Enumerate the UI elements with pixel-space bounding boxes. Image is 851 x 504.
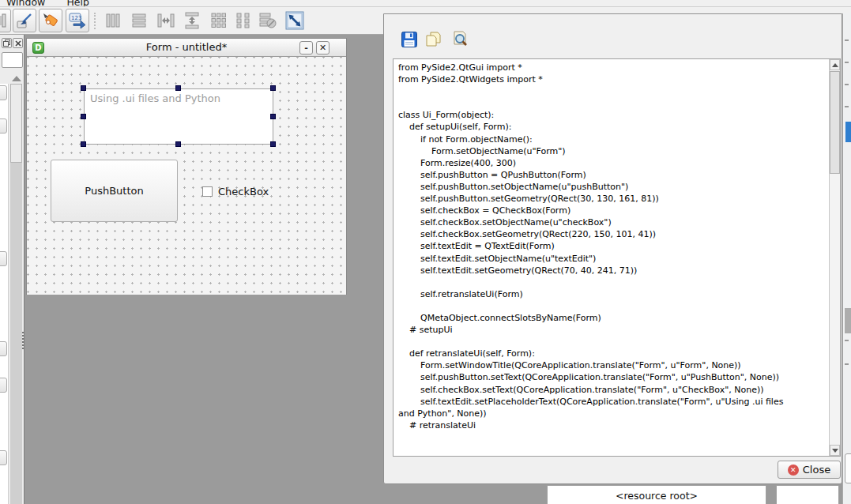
layout-horizontal-splitter-button[interactable] bbox=[154, 9, 178, 32]
close-red-icon: ✕ bbox=[788, 465, 799, 476]
svg-text:123: 123 bbox=[71, 15, 81, 21]
layout-horizontal-icon bbox=[104, 12, 122, 29]
edit-signals-slots-button[interactable] bbox=[13, 9, 36, 32]
layout-grid-button[interactable] bbox=[207, 9, 231, 32]
right-panel-scrollbar-thumb[interactable] bbox=[845, 308, 851, 333]
toolbar-separator bbox=[94, 13, 96, 29]
edit-widgets-icon bbox=[0, 12, 8, 29]
code-preview-dialog: from PySide2.QtGui import * from PySide2… bbox=[383, 13, 842, 484]
menu-window[interactable]: Window bbox=[6, 0, 45, 7]
selection-handle-left[interactable] bbox=[81, 114, 86, 119]
adjust-size-icon bbox=[285, 11, 304, 30]
right-panel-box-fragment bbox=[845, 453, 851, 483]
layout-horizontal-button[interactable] bbox=[101, 9, 125, 32]
selection-handle-top-right[interactable] bbox=[270, 85, 276, 91]
menu-help[interactable]: Help bbox=[66, 0, 89, 7]
widget-box-panel bbox=[0, 35, 24, 504]
edit-buddies-button[interactable] bbox=[39, 9, 62, 32]
splitter-handle[interactable] bbox=[22, 332, 24, 349]
layout-grid-icon bbox=[210, 12, 228, 29]
tree-branch-mark bbox=[845, 62, 849, 63]
widget-box-scrollbar-thumb[interactable] bbox=[10, 84, 22, 163]
tree-branch-mark bbox=[845, 340, 849, 341]
widget-category-header[interactable] bbox=[0, 85, 7, 100]
arrow-up-icon bbox=[832, 63, 838, 67]
close-icon bbox=[15, 40, 21, 47]
code-scrollbar-thumb[interactable] bbox=[830, 71, 840, 174]
form-close-button[interactable]: ✕ bbox=[316, 41, 329, 55]
selection-handle-top[interactable] bbox=[175, 85, 181, 91]
form-editor-window: D Form - untitled* - ✕ Using .ui files a… bbox=[26, 38, 347, 295]
edit-widgets-button[interactable] bbox=[0, 9, 11, 32]
form-window-titlebar[interactable]: D Form - untitled* - ✕ bbox=[27, 39, 346, 57]
form-window-title: Form - untitled* bbox=[27, 41, 346, 53]
scrollbar-down-button[interactable] bbox=[830, 445, 840, 456]
widget-category-header[interactable] bbox=[0, 378, 7, 393]
arrow-down-icon bbox=[832, 449, 838, 453]
tree-branch-mark bbox=[845, 363, 849, 365]
close-dialog-button[interactable]: ✕ Close bbox=[778, 461, 841, 479]
selection-handle-top-left[interactable] bbox=[81, 85, 86, 91]
form-canvas[interactable]: Using .ui files and Python PushButton Ch… bbox=[27, 57, 346, 295]
float-window-icon bbox=[3, 39, 10, 47]
break-layout-icon bbox=[259, 12, 277, 29]
layout-horizontal-splitter-icon bbox=[157, 12, 175, 29]
widget-category-header[interactable] bbox=[0, 341, 7, 356]
adjust-size-button[interactable] bbox=[283, 9, 307, 32]
form-minimize-button[interactable]: - bbox=[299, 41, 313, 55]
push-button-widget[interactable]: PushButton bbox=[51, 160, 178, 222]
widget-category-header[interactable] bbox=[0, 118, 7, 134]
code-view[interactable]: from PySide2.QtGui import * from PySide2… bbox=[393, 58, 841, 457]
right-dock-panel bbox=[842, 13, 851, 504]
layout-vertical-splitter-icon bbox=[183, 12, 201, 29]
code-scrollbar[interactable] bbox=[829, 59, 840, 456]
widget-box-search-input[interactable] bbox=[2, 52, 23, 68]
selection-handle-bottom[interactable] bbox=[175, 141, 181, 147]
menu-bar: Window Help bbox=[0, 0, 851, 7]
check-box-widget[interactable]: CheckBox bbox=[201, 175, 281, 208]
text-edit-placeholder: Using .ui files and Python bbox=[90, 92, 220, 104]
scrollbar-up-button[interactable] bbox=[830, 59, 840, 70]
selection-handle-bottom-left[interactable] bbox=[81, 141, 86, 147]
copy-all-button[interactable] bbox=[423, 30, 443, 49]
widget-category-header[interactable] bbox=[0, 450, 7, 465]
resource-root-item[interactable]: <resource root> bbox=[547, 485, 766, 504]
selected-row-highlight[interactable] bbox=[845, 122, 851, 142]
resource-preview-box bbox=[776, 485, 839, 504]
find-icon bbox=[451, 31, 469, 48]
copy-all-icon bbox=[424, 31, 442, 48]
edit-tab-order-button[interactable]: 123 bbox=[66, 9, 89, 32]
check-box-label: CheckBox bbox=[218, 186, 269, 197]
text-edit-widget[interactable]: Using .ui files and Python bbox=[84, 88, 273, 145]
widget-box-list[interactable] bbox=[0, 84, 9, 504]
break-layout-button[interactable] bbox=[256, 9, 280, 32]
save-icon bbox=[401, 31, 418, 48]
widget-box-close-button[interactable] bbox=[13, 38, 23, 48]
tree-branch-mark bbox=[845, 84, 849, 85]
tree-branch-mark bbox=[845, 39, 849, 41]
save-code-button[interactable] bbox=[399, 30, 420, 49]
widget-box-float-button[interactable] bbox=[2, 38, 12, 48]
qt-designer-screen: Window Help bbox=[0, 0, 851, 504]
scroll-up-icon[interactable] bbox=[12, 76, 21, 81]
layout-vertical-icon bbox=[130, 12, 148, 29]
edit-tab-order-icon: 123 bbox=[69, 12, 86, 29]
generated-code-text[interactable]: from PySide2.QtGui import * from PySide2… bbox=[393, 59, 829, 434]
layout-vertical-button[interactable] bbox=[127, 9, 151, 32]
widget-category-header[interactable] bbox=[0, 251, 7, 266]
edit-buddies-icon bbox=[42, 12, 59, 29]
checkbox-indicator[interactable] bbox=[202, 186, 213, 197]
tree-branch-mark bbox=[845, 106, 849, 107]
layout-vertical-splitter-button[interactable] bbox=[180, 9, 204, 32]
selection-handle-right[interactable] bbox=[270, 114, 276, 119]
layout-form-icon bbox=[235, 12, 252, 29]
push-button-label: PushButton bbox=[85, 185, 143, 197]
layout-form-button[interactable] bbox=[232, 9, 255, 32]
close-button-label: Close bbox=[803, 464, 830, 476]
find-button[interactable] bbox=[450, 30, 470, 49]
edit-signals-slots-icon bbox=[16, 12, 33, 29]
selection-handle-bottom-right[interactable] bbox=[270, 141, 276, 147]
